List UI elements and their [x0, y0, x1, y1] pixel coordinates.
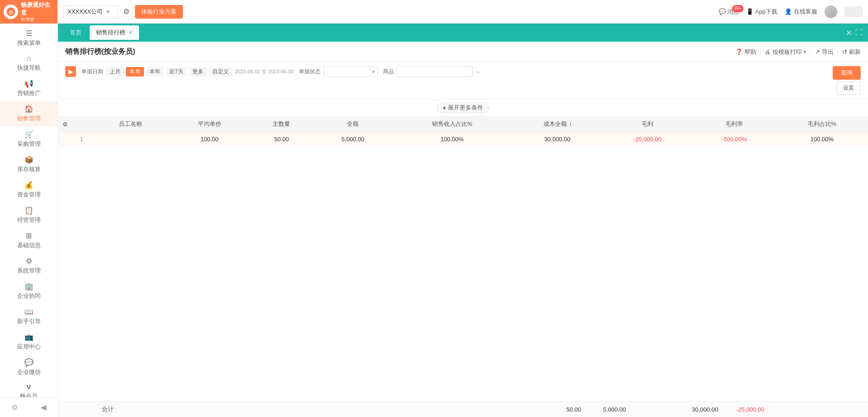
col-gross-rate: 毛利率 [693, 116, 776, 132]
filter-fields: 单据日期 上月 本月 本年 近7天 更多 自定义 2023-06-01 至 20… [82, 66, 827, 77]
guide-icon: 📖 [24, 307, 34, 316]
footer-gross: -25,000.00 [728, 406, 773, 413]
marketing-icon: 📢 [24, 79, 34, 88]
sidebar-item-guide[interactable]: 📖 新手引导 [0, 304, 58, 329]
collapse-icon[interactable]: ◀ [37, 401, 50, 413]
sales-icon: 🏠 [24, 105, 34, 113]
sidebar-item-label: 快捷导航 [17, 64, 41, 72]
product-filter-group: 商品 ··· [383, 66, 481, 77]
company-selector[interactable]: XXXXXX公司 ▾ [63, 5, 118, 18]
app-download-button[interactable]: 📱 App下载 [746, 8, 777, 16]
row-gross-rate: -500.00% [693, 132, 776, 147]
settings-bottom-icon[interactable]: ⚙ [8, 401, 21, 413]
sidebar-item-member[interactable]: V 畅会员 [0, 380, 58, 397]
row-rank: 1 [72, 132, 91, 147]
trial-button[interactable]: 体验行业方案 [135, 5, 183, 19]
message-icon: 💬 [719, 8, 726, 15]
page-title-row: 销售排行榜(按业务员) ❓ 帮助 | 🖨 按模板打印 ▾ | ↗ [65, 47, 861, 57]
app-download-label: App下载 [755, 8, 777, 16]
cost-info-icon[interactable]: ℹ [570, 121, 571, 127]
date-opt-last7[interactable]: 近7天 [166, 67, 187, 77]
table-header-row: ⚙ 员工名称 平均单价 主数量 全额 销售收入占比% 成本全额 ℹ 毛利 毛利率 [58, 116, 868, 132]
col-settings[interactable]: ⚙ [58, 116, 72, 132]
sidebar-item-label: 搜索菜单 [17, 39, 41, 47]
sidebar-item-search[interactable]: ☰ 搜索菜单 [0, 25, 58, 51]
col-qty: 主数量 [249, 116, 314, 132]
date-options: 上月 本月 本年 近7天 更多 自定义 [106, 67, 232, 77]
row-avg-price: 100.00 [170, 132, 249, 147]
date-filter-label: 单据日期 [82, 68, 103, 76]
basic-info-icon: ⊞ [26, 231, 32, 240]
date-opt-more[interactable]: 更多 [189, 67, 207, 77]
help-button[interactable]: ❓ 帮助 [735, 48, 756, 56]
sidebar-item-app-center[interactable]: 📺 应用中心 [0, 329, 58, 355]
footer-qty: 50.00 [556, 406, 592, 413]
refresh-button[interactable]: ↺ 刷新 [842, 48, 861, 56]
table-row: 1 100.00 50.00 5,000.00 100.00% 30,000.0… [58, 132, 868, 147]
avatar[interactable] [825, 5, 837, 18]
status-filter-group: 单据状态 [299, 66, 378, 77]
sidebar-item-label: 库存核算 [17, 165, 41, 173]
footer-amount: 5,000.00 [592, 406, 637, 413]
tab-home[interactable]: 首页 [63, 25, 88, 40]
row-amount: 5,000.00 [314, 132, 392, 147]
finance-icon: 💰 [24, 181, 34, 189]
content: 销售排行榜(按业务员) ❓ 帮助 | 🖨 按模板打印 ▾ | ↗ [58, 42, 868, 417]
date-filter-group: 单据日期 上月 本月 本年 近7天 更多 自定义 2023-06-01 至 20… [82, 67, 293, 77]
close-window-icon[interactable]: ✕ [846, 29, 852, 37]
company-name: XXXXXX公司 [67, 8, 103, 16]
data-table-wrap: ⚙ 员工名称 平均单价 主数量 全额 销售收入占比% 成本全额 ℹ 毛利 毛利率 [58, 116, 868, 401]
filter-line-1: 单据日期 上月 本月 本年 近7天 更多 自定义 2023-06-01 至 20… [82, 66, 827, 77]
sidebar-item-system[interactable]: ⚙ 系统管理 [0, 253, 58, 278]
topbar-settings-icon[interactable]: ⚙ [121, 5, 131, 18]
tab-sales-rank[interactable]: 销售排行榜 ✕ [90, 25, 139, 40]
row-qty: 50.00 [249, 132, 314, 147]
app-download-icon: 📱 [746, 8, 753, 15]
filter-arrow-button[interactable]: ▶ [65, 66, 76, 77]
export-button[interactable]: ↗ 导出 [815, 48, 834, 56]
date-range-display: 2023-06-01 至 2023-06-30 [235, 68, 294, 75]
query-button[interactable]: 查询 [833, 66, 861, 80]
message-button[interactable]: 💬 消息 99+ [719, 8, 739, 16]
date-opt-this-year[interactable]: 本年 [146, 67, 164, 77]
template-print-button[interactable]: 🖨 按模板打印 ▾ [765, 48, 806, 56]
online-service-label: 在线客服 [794, 8, 817, 16]
svg-point-1 [10, 13, 12, 14]
date-opt-custom[interactable]: 自定义 [209, 67, 232, 77]
filter-row: ▶ 单据日期 上月 本月 本年 近7天 更多 自定义 2023-06-01 至 [58, 62, 868, 100]
sidebar-item-purchase[interactable]: 🛒 采购管理 [0, 126, 58, 152]
settings-button[interactable]: 设置 [836, 81, 861, 95]
sidebar-item-enterprise[interactable]: 🏢 企业协同 [0, 278, 58, 304]
product-input[interactable] [397, 66, 473, 77]
sidebar-item-basic-info[interactable]: ⊞ 基础信息 [0, 228, 58, 253]
sidebar-item-operation[interactable]: 📋 经营管理 [0, 202, 58, 228]
more-dots-icon[interactable]: ··· [475, 68, 481, 75]
tab-close-icon[interactable]: ✕ [128, 30, 133, 35]
print-icon: 🖨 [765, 48, 771, 55]
inventory-icon: 📦 [24, 155, 34, 164]
sidebar-item-inventory[interactable]: 📦 库存核算 [0, 152, 58, 177]
date-opt-current-month[interactable]: 本月 [126, 67, 144, 77]
sidebar-item-weixin[interactable]: 💬 企业微信 [0, 355, 58, 380]
row-sales-pct: 100.00% [392, 132, 512, 147]
expand-conditions-button[interactable]: ▾ 展开更多条件 [437, 102, 489, 113]
sidebar-item-finance[interactable]: 💰 资金管理 [0, 177, 58, 202]
status-select[interactable] [323, 66, 378, 77]
operation-icon: 📋 [24, 206, 34, 215]
sidebar-item-label: 畅会员 [20, 392, 38, 397]
online-service-button[interactable]: 👤 在线客服 [785, 8, 817, 16]
service-icon: 👤 [785, 8, 792, 15]
col-sales-pct: 销售收入占比% [392, 116, 512, 132]
data-table: ⚙ 员工名称 平均单价 主数量 全额 销售收入占比% 成本全额 ℹ 毛利 毛利率 [58, 116, 868, 147]
date-opt-last-month[interactable]: 上月 [106, 67, 124, 77]
sidebar-item-sales[interactable]: 🏠 销售管理 [0, 101, 58, 126]
logo-subtitle: 标准版 [21, 16, 54, 22]
sidebar-item-quick-nav[interactable]: ⌂ 快捷导航 [0, 51, 58, 76]
member-icon: V [27, 383, 31, 391]
sidebar-item-marketing[interactable]: 📢 营销推广 [0, 76, 58, 101]
row-settings-icon [58, 132, 72, 147]
maximize-icon[interactable]: ⛶ [855, 29, 863, 37]
status-select-wrap [323, 66, 378, 77]
sidebar-nav: ☰ 搜索菜单 ⌂ 快捷导航 📢 营销推广 🏠 销售管理 🛒 采购管理 📦 库存核… [0, 24, 58, 397]
svg-point-0 [6, 7, 15, 16]
